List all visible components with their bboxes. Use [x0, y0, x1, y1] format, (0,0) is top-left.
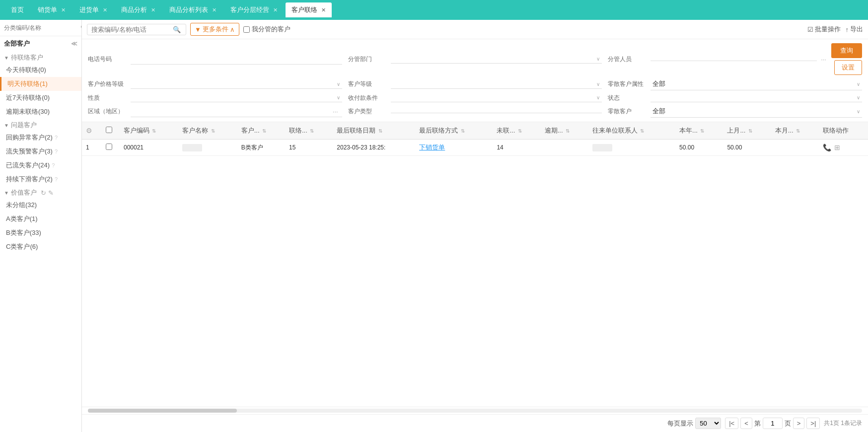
th-this-month-sort-icon[interactable]: ⇅ [796, 128, 800, 134]
first-page-button[interactable]: |< [725, 418, 738, 429]
sidebar-search-input[interactable] [4, 24, 78, 31]
sidebar-item-lost[interactable]: 已流失客户(24) ? [0, 158, 81, 172]
sidebar-item-lost-warning[interactable]: 流失预警客户(3) ? [0, 144, 81, 158]
more-filter-button[interactable]: ▼ 更多条件 ∧ [190, 23, 239, 36]
prev-page-button[interactable]: < [740, 418, 752, 429]
th-uncontacted-sort-icon[interactable]: ⇅ [518, 128, 522, 134]
my-customers-checkbox[interactable] [243, 26, 250, 33]
filter-row-dept: 分管部门 ∨ [348, 43, 602, 75]
th-this-year: 本年... ⇅ [675, 122, 723, 140]
customer-type-label: 客户类型 [348, 107, 388, 116]
nature-select[interactable]: ∨ [131, 93, 342, 102]
sidebar-item-tomorrow-pending[interactable]: 明天待联络(1) [0, 77, 81, 91]
th-last-month: 上月... ⇅ [723, 122, 771, 140]
th-overdue-label: 逾期... [545, 127, 563, 134]
nav-tab-3[interactable]: 商品分析列表 ✕ [163, 2, 222, 17]
close-tab-0-icon[interactable]: ✕ [61, 7, 66, 13]
th-customer-code: 客户编码 ⇅ [120, 122, 178, 140]
nav-home[interactable]: 首页 [5, 2, 30, 17]
th-settings: ⚙ [82, 122, 102, 140]
nav-tab-5[interactable]: 客户联络 ✕ [286, 2, 332, 17]
th-this-year-sort-icon[interactable]: ⇅ [700, 128, 704, 134]
sidebar-item-repurchase-abnormal[interactable]: 回购异常客户(2) ? [0, 131, 81, 144]
table-settings-icon[interactable]: ⚙ [86, 127, 92, 135]
nav-tab-1[interactable]: 进货单 ✕ [73, 2, 113, 17]
collapse-icon[interactable]: ≪ [71, 40, 77, 47]
phone-action-icon[interactable]: 📞 [823, 144, 831, 151]
batch-operation-button[interactable]: ☑ 批量操作 [807, 25, 841, 34]
td-this-year: 50.00 [675, 140, 723, 156]
customer-level-select[interactable]: ∨ [391, 80, 602, 89]
th-last-date-sort-icon[interactable]: ⇅ [378, 128, 382, 134]
value-refresh-icon[interactable]: ↻ [41, 189, 46, 197]
help-icon-1[interactable]: ? [55, 148, 58, 154]
help-icon-0[interactable]: ? [55, 135, 58, 141]
all-customers-title[interactable]: 全部客户 ≪ [0, 36, 81, 51]
sidebar-item-class-a[interactable]: A类客户(1) [0, 212, 81, 226]
sidebar-item-ungrouped[interactable]: 未分组(32) [0, 198, 81, 212]
close-tab-3-icon[interactable]: ✕ [212, 7, 217, 13]
search-input[interactable] [91, 26, 171, 33]
sidebar-item-class-b[interactable]: B类客户(33) [0, 226, 81, 240]
th-contact-person-sort-icon[interactable]: ⇅ [640, 128, 644, 134]
retail-customer-chevron-icon: ∨ [857, 109, 860, 114]
row-checkbox[interactable] [106, 144, 112, 150]
filter-row-payment: 收付款条件 ∨ [348, 93, 602, 102]
nav-tab-4[interactable]: 客户分层经营 ✕ [224, 2, 284, 17]
page-number-input[interactable] [763, 418, 783, 429]
help-icon-3[interactable]: ? [55, 176, 58, 182]
sidebar-item-today-pending[interactable]: 今天待联络(0) [0, 63, 81, 77]
th-last-method-label: 最后联络方式 [419, 127, 458, 134]
manager-dots[interactable]: ··· [819, 56, 828, 63]
close-tab-2-icon[interactable]: ✕ [151, 7, 155, 13]
customer-name-value [182, 144, 202, 151]
area-dots[interactable]: ··· [331, 108, 340, 115]
td-contact-count: 15 [285, 140, 333, 156]
th-overdue-sort-icon[interactable]: ⇅ [566, 128, 570, 134]
settings-button[interactable]: 设置 [834, 60, 862, 75]
close-tab-1-icon[interactable]: ✕ [103, 7, 107, 13]
qr-action-icon[interactable]: ⊞ [834, 144, 840, 151]
dept-select[interactable]: ∨ [391, 55, 602, 64]
retail-attr-select[interactable]: 全部 ∨ [651, 78, 862, 90]
query-button[interactable]: 查询 [831, 43, 862, 58]
th-checkbox [102, 122, 120, 140]
last-method-link[interactable]: 下销货单 [419, 144, 445, 151]
export-button[interactable]: ↑ 导出 [846, 25, 864, 34]
price-level-select[interactable]: ∨ [131, 80, 342, 89]
retail-customer-select[interactable]: 全部 ∨ [651, 105, 862, 118]
sidebar-item-overdue-pending[interactable]: 逾期未联络(30) [0, 105, 81, 119]
scroll-track[interactable] [88, 409, 862, 413]
th-last-method-sort-icon[interactable]: ⇅ [461, 128, 465, 134]
toolbar-search-icon[interactable]: 🔍 [173, 26, 181, 33]
my-customers-checkbox-container[interactable]: 我分管的客户 [243, 25, 290, 34]
last-page-button[interactable]: >| [806, 418, 820, 429]
content-area: 🔍 ▼ 更多条件 ∧ 我分管的客户 ☑ 批量操作 ↑ 导出 [82, 20, 868, 432]
total-records: 共1页 1条记录 [824, 419, 862, 428]
th-last-month-sort-icon[interactable]: ⇅ [748, 128, 752, 134]
th-contact-sort-icon[interactable]: ⇅ [310, 128, 314, 134]
sidebar-item-class-c[interactable]: C类客户(6) [0, 240, 81, 254]
nav-tab-0[interactable]: 销货单 ✕ [32, 2, 72, 17]
close-tab-5-icon[interactable]: ✕ [321, 7, 326, 13]
next-page-button[interactable]: > [793, 418, 805, 429]
manager-select[interactable] [651, 58, 817, 61]
th-name-sort-icon[interactable]: ⇅ [211, 128, 215, 134]
nav-tab-2[interactable]: 商品分析 ✕ [115, 2, 161, 17]
select-all-checkbox[interactable] [106, 127, 112, 133]
value-edit-icon[interactable]: ✎ [48, 189, 54, 197]
page-size-select[interactable]: 50 100 200 [695, 418, 721, 429]
th-type-sort-icon[interactable]: ⇅ [262, 128, 266, 134]
help-icon-2[interactable]: ? [52, 162, 55, 168]
td-checkbox [102, 140, 120, 156]
status-select[interactable]: ∨ [651, 93, 862, 102]
sidebar-item-declining[interactable]: 持续下滑客户(2) ? [0, 172, 81, 186]
th-code-sort-icon[interactable]: ⇅ [152, 128, 156, 134]
close-tab-4-icon[interactable]: ✕ [273, 7, 278, 13]
scroll-thumb[interactable] [88, 409, 237, 413]
table-footer: 每页显示 50 100 200 |< < 第 页 > >| 共1页 1条记录 [82, 414, 868, 432]
payment-select[interactable]: ∨ [391, 93, 602, 102]
sidebar-item-7days-pending[interactable]: 近7天待联络(0) [0, 91, 81, 105]
customer-type-select[interactable] [391, 110, 602, 113]
phone-input[interactable] [131, 54, 342, 65]
